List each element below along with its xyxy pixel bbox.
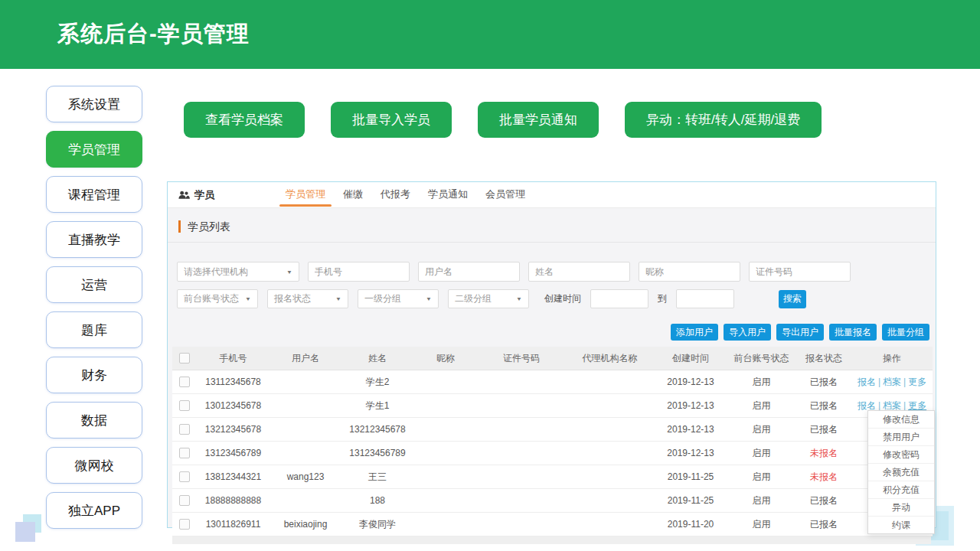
- filter-select[interactable]: 二级分组▼: [448, 289, 529, 308]
- sidebar: 系统设置学员管理课程管理直播教学运营题库财务数据微网校独立APP: [46, 86, 142, 529]
- cell-agency: [565, 370, 655, 394]
- context-menu-item[interactable]: 修改密码: [868, 445, 934, 463]
- cell-agency: [565, 418, 655, 442]
- cell-phone: 13212345678: [197, 418, 270, 442]
- cell-created: 2019-12-13: [655, 370, 727, 394]
- filter-input[interactable]: [308, 262, 410, 282]
- column-header: 操作: [851, 347, 933, 370]
- quick-action-button[interactable]: 查看学员档案: [184, 102, 305, 138]
- cell-id_number: [478, 418, 565, 442]
- row-checkbox-cell: [172, 418, 197, 442]
- row-checkbox[interactable]: [179, 471, 190, 482]
- tab-item[interactable]: 代报考: [381, 182, 410, 207]
- sidebar-item[interactable]: 财务: [46, 357, 142, 393]
- select-placeholder: 前台账号状态: [184, 292, 239, 305]
- context-menu-item[interactable]: 约课: [868, 516, 934, 533]
- sidebar-item[interactable]: 独立APP: [46, 492, 142, 529]
- bulk-action-button[interactable]: 批量分组: [882, 324, 929, 341]
- action-link[interactable]: 报名: [858, 377, 876, 387]
- action-link[interactable]: 档案: [883, 400, 901, 411]
- link-separator: |: [903, 400, 906, 411]
- sidebar-item[interactable]: 微网校: [46, 447, 142, 484]
- filter-input[interactable]: [749, 262, 851, 282]
- column-header: 用户名: [270, 347, 341, 370]
- chevron-down-icon: ▼: [245, 296, 251, 302]
- row-checkbox-cell: [172, 394, 197, 418]
- sidebar-item[interactable]: 题库: [46, 311, 142, 348]
- quick-action-button[interactable]: 批量学员通知: [478, 102, 599, 138]
- module-label-text: 学员: [194, 188, 214, 202]
- bulk-action-button[interactable]: 批量报名: [829, 324, 877, 341]
- more-context-menu: 修改信息禁用用户修改密码余额充值积分充值异动约课: [867, 410, 935, 534]
- action-link[interactable]: 更多: [908, 377, 926, 387]
- row-checkbox[interactable]: [179, 400, 190, 411]
- search-button[interactable]: 搜索: [779, 290, 806, 308]
- cell-account_status: 启用: [727, 465, 796, 489]
- cell-account_status: 启用: [727, 442, 796, 465]
- cell-operations: 报名|档案|更多: [851, 370, 933, 394]
- table-row: 13112345678学生22019-12-13启用已报名报名|档案|更多: [172, 370, 933, 394]
- context-menu-item[interactable]: 修改信息: [868, 411, 934, 428]
- cell-account_status: 启用: [727, 394, 796, 418]
- bulk-action-button[interactable]: 添加用户: [671, 324, 718, 341]
- cell-name: 李俊同学: [341, 513, 413, 536]
- link-separator: |: [878, 400, 880, 411]
- filter-input[interactable]: [639, 262, 740, 282]
- sidebar-item[interactable]: 数据: [46, 402, 142, 439]
- quick-action-button[interactable]: 异动：转班/转人/延期/退费: [625, 102, 822, 138]
- students-icon: [178, 191, 190, 200]
- filter-select[interactable]: 前台账号状态▼: [177, 289, 258, 308]
- row-checkbox[interactable]: [179, 519, 190, 530]
- filter-input[interactable]: [528, 262, 630, 282]
- filter-select[interactable]: 请选择代理机构▼: [177, 262, 299, 282]
- context-menu-item[interactable]: 异动: [868, 498, 934, 516]
- cell-nickname: [413, 442, 478, 465]
- filter-select[interactable]: 一级分组▼: [358, 289, 439, 308]
- sidebar-item[interactable]: 系统设置: [46, 86, 142, 122]
- tab-item[interactable]: 催缴: [343, 182, 363, 207]
- cell-account_status: 启用: [727, 489, 796, 513]
- row-checkbox[interactable]: [179, 424, 190, 435]
- sidebar-item[interactable]: 学员管理: [46, 131, 142, 168]
- row-checkbox[interactable]: [179, 495, 190, 506]
- cell-agency: [565, 442, 655, 465]
- row-checkbox-cell: [172, 370, 197, 394]
- tab-item[interactable]: 会员管理: [485, 182, 525, 207]
- cell-phone: 13011826911: [197, 513, 270, 536]
- sidebar-item[interactable]: 运营: [46, 266, 142, 303]
- tab-item[interactable]: 学员管理: [286, 182, 325, 207]
- action-link[interactable]: 报名: [858, 400, 876, 411]
- created-to-input[interactable]: [676, 289, 734, 308]
- context-menu-item[interactable]: 禁用用户: [868, 428, 934, 445]
- cell-created: 2019-12-13: [655, 442, 727, 465]
- bulk-action-button[interactable]: 导出用户: [776, 324, 824, 341]
- cell-id_number: [478, 465, 565, 489]
- cell-username: wang123: [270, 465, 341, 489]
- bulk-action-button[interactable]: 导入用户: [724, 324, 771, 341]
- tab-item[interactable]: 学员通知: [428, 182, 468, 207]
- column-header: 手机号: [197, 347, 270, 370]
- column-header: 代理机构名称: [565, 347, 655, 370]
- quick-actions-row: 查看学员档案批量导入学员批量学员通知异动：转班/转人/延期/退费: [184, 102, 822, 138]
- cell-signup-status: 已报名: [796, 370, 851, 394]
- context-menu-item[interactable]: 余额充值: [868, 463, 934, 481]
- select-all-checkbox[interactable]: [179, 353, 190, 364]
- sidebar-item[interactable]: 课程管理: [46, 176, 142, 213]
- quick-action-button[interactable]: 批量导入学员: [331, 102, 452, 138]
- cell-signup-status: 已报名: [796, 513, 851, 536]
- context-menu-item[interactable]: 积分充值: [868, 481, 934, 498]
- chevron-down-icon: ▼: [516, 296, 522, 302]
- link-separator: |: [903, 377, 906, 387]
- cell-name: 188: [341, 489, 413, 513]
- created-from-input[interactable]: [590, 289, 648, 308]
- section-header: 学员列表: [168, 208, 936, 243]
- cell-phone: 13112345678: [197, 370, 270, 394]
- filter-input[interactable]: [418, 262, 520, 282]
- row-checkbox[interactable]: [179, 377, 190, 387]
- action-link[interactable]: 档案: [883, 377, 901, 387]
- sidebar-item[interactable]: 直播教学: [46, 221, 142, 258]
- filter-select[interactable]: 报名状态▼: [267, 289, 348, 308]
- action-link[interactable]: 更多: [908, 400, 926, 411]
- select-placeholder: 报名状态: [274, 292, 311, 305]
- row-checkbox[interactable]: [179, 448, 190, 458]
